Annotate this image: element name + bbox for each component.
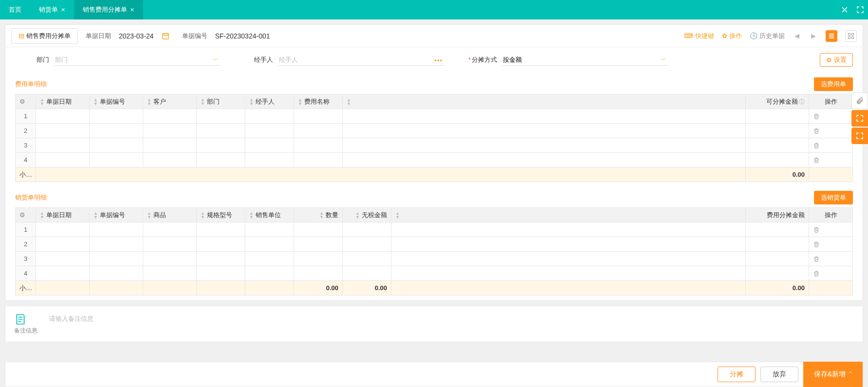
table-row[interactable]: 3 (16, 138, 853, 153)
department-field: 部门 ﹀ (15, 54, 220, 66)
fee-detail-section: 费用单明细 选费用单 ⚙ ▲▼单据日期 ▲▼单据编号 ▲▼客户 ▲▼部门 ▲▼经… (5, 77, 863, 187)
col-quantity[interactable]: ▲▼数量 (294, 208, 343, 222)
allocation-mode-input[interactable] (502, 54, 667, 66)
tab-sales-order[interactable]: 销货单✕ (30, 0, 74, 19)
svg-rect-0 (162, 34, 168, 39)
trash-icon (813, 241, 849, 248)
col-doc-number[interactable]: ▲▼单据编号 (90, 94, 143, 109)
settings-column-header[interactable]: ⚙ (16, 208, 36, 222)
col-allocatable-amount[interactable]: 可分摊金额ⓘ (746, 94, 809, 109)
expand-button-2[interactable] (851, 128, 868, 144)
svg-rect-1 (849, 33, 850, 35)
allocation-mode-field: *分摊方式 ﹀ (463, 54, 667, 66)
chevron-up-icon: ˄ (849, 370, 852, 378)
table-row[interactable]: 4 (16, 266, 853, 281)
delete-row-button[interactable] (809, 252, 853, 266)
window-close-button[interactable] (837, 0, 852, 19)
delete-row-button[interactable] (809, 138, 853, 153)
sales-detail-section: 销货单明细 选销货单 ⚙ ▲▼单据日期 ▲▼单据编号 ▲▼商品 ▲▼规格型号 ▲… (5, 191, 863, 300)
table-row[interactable]: 2 (16, 124, 853, 138)
shortcut-link[interactable]: ⌨快捷键 (684, 32, 714, 40)
help-icon[interactable]: ⓘ (799, 98, 805, 105)
view-grid-button[interactable] (845, 30, 857, 42)
col-operation: 操作 (809, 208, 853, 222)
window-fullscreen-button[interactable] (852, 0, 868, 19)
delete-row-button[interactable] (809, 237, 853, 252)
close-icon[interactable]: ✕ (61, 0, 65, 19)
calendar-icon[interactable] (162, 32, 169, 40)
subtotal-value: 0.00 (746, 167, 809, 182)
delete-row-button[interactable] (809, 109, 853, 124)
remark-icon: 备注信息 (14, 313, 37, 335)
col-sales-unit[interactable]: ▲▼销售单位 (245, 208, 294, 222)
col-customer[interactable]: ▲▼客户 (143, 94, 197, 109)
date-value[interactable]: 2023-03-24 (119, 32, 154, 40)
col-fee-allocation-amount[interactable]: 费用分摊金额 (746, 208, 809, 222)
settings-button[interactable]: ⚙设置 (820, 53, 853, 67)
fee-detail-table: ⚙ ▲▼单据日期 ▲▼单据编号 ▲▼客户 ▲▼部门 ▲▼经手人 ▲▼费用名称 ▲… (15, 94, 853, 182)
history-link[interactable]: 🕓历史单据 (750, 32, 785, 40)
handler-field: 经手人 ••• (239, 54, 443, 66)
remark-input[interactable] (49, 314, 854, 334)
row-number: 3 (16, 252, 36, 266)
row-number: 2 (16, 237, 36, 252)
page-container: ▤ 销售费用分摊单 单据日期 2023-03-24 单据编号 SF-202303… (5, 24, 863, 301)
select-sales-bill-button[interactable]: 选销货单 (814, 191, 853, 204)
view-list-button[interactable] (826, 30, 837, 42)
subtotal-label: 小计 (16, 167, 36, 182)
handler-input[interactable] (278, 54, 443, 66)
operate-link[interactable]: ✿操作 (722, 32, 742, 40)
col-spec[interactable]: ▲▼规格型号 (197, 208, 245, 222)
document-type-tab[interactable]: ▤ 销售费用分摊单 (11, 28, 78, 44)
discard-button[interactable]: 放弃 (760, 367, 798, 382)
tab-home[interactable]: 首页 (0, 0, 30, 19)
row-number: 1 (16, 222, 36, 237)
delete-row-button[interactable] (809, 153, 853, 167)
doc-number-label: 单据编号 (182, 32, 207, 40)
trash-icon (813, 128, 849, 134)
trash-icon (813, 256, 849, 262)
select-fee-bill-button[interactable]: 选费用单 (814, 77, 853, 91)
trash-icon (813, 157, 849, 164)
trash-icon (813, 113, 849, 120)
col-department[interactable]: ▲▼部门 (197, 94, 245, 109)
attachment-button[interactable] (851, 92, 868, 109)
doc-number-value: SF-20230324-001 (215, 32, 270, 40)
row-number: 2 (16, 124, 36, 138)
tab-sales-fee-allocation[interactable]: 销售费用分摊单✕ (74, 0, 143, 19)
more-icon[interactable]: ••• (434, 56, 443, 64)
gear-icon: ⚙ (19, 98, 25, 105)
department-input[interactable] (54, 54, 220, 66)
delete-row-button[interactable] (809, 222, 853, 237)
col-fee-name[interactable]: ▲▼费用名称 (294, 94, 343, 109)
gear-icon: ⚙ (826, 56, 832, 64)
col-blank[interactable]: ▲▼ (343, 94, 746, 109)
col-doc-number[interactable]: ▲▼单据编号 (90, 208, 143, 222)
prev-doc-button[interactable]: ◀ (793, 32, 801, 39)
col-amount-no-tax[interactable]: ▲▼无税金额 (343, 208, 391, 222)
subtotal-label: 小计 (16, 281, 36, 295)
delete-row-button[interactable] (809, 124, 853, 138)
close-icon[interactable]: ✕ (130, 0, 134, 19)
trash-icon (813, 270, 849, 277)
col-handler[interactable]: ▲▼经手人 (245, 94, 294, 109)
delete-row-button[interactable] (809, 266, 853, 281)
table-row[interactable]: 3 (16, 252, 853, 266)
keyboard-icon: ⌨ (684, 32, 693, 39)
settings-column-header[interactable]: ⚙ (16, 94, 36, 109)
save-and-new-button[interactable]: 保存&新增˄ (803, 362, 863, 387)
table-row[interactable]: 2 (16, 237, 853, 252)
allocate-button[interactable]: 分摊 (718, 367, 756, 382)
col-blank[interactable]: ▲▼ (391, 208, 746, 222)
table-row[interactable]: 1 (16, 109, 853, 124)
fee-detail-title: 费用单明细 (15, 80, 47, 89)
expand-button-1[interactable] (851, 110, 868, 127)
col-date[interactable]: ▲▼单据日期 (36, 94, 90, 109)
row-number: 4 (16, 153, 36, 167)
table-row[interactable]: 4 (16, 153, 853, 167)
table-row[interactable]: 1 (16, 222, 853, 237)
row-number: 1 (16, 109, 36, 124)
col-date[interactable]: ▲▼单据日期 (36, 208, 90, 222)
col-product[interactable]: ▲▼商品 (143, 208, 197, 222)
next-doc-button[interactable]: ▶ (809, 32, 818, 39)
